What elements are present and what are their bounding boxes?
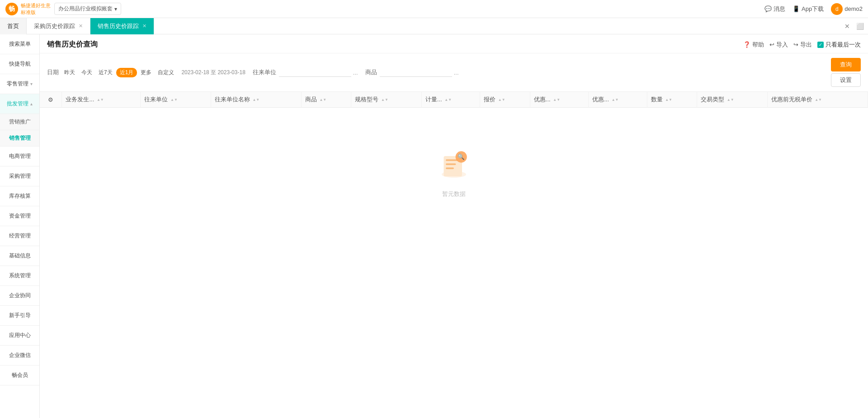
user-profile[interactable]: d demo2 <box>831 3 863 15</box>
sort-arrows-discount2: ▲▼ <box>612 98 619 102</box>
message-action[interactable]: 💬 消息 <box>764 5 785 13</box>
svg-text:🔍: 🔍 <box>458 153 465 161</box>
download-icon: 📱 <box>793 5 800 12</box>
page-header: 销售历史价查询 ❓ 帮助 ↩ 导入 ↪ 导出 ✓ <box>40 34 868 53</box>
app-selector[interactable]: 办公用品行业模拟账套 ▾ <box>54 3 121 15</box>
sidebar-item-retail-label: 零售管理 <box>7 80 28 88</box>
sort-arrows-goods: ▲▼ <box>319 98 326 102</box>
logo-icon: 畅 <box>5 3 18 15</box>
import-icon: ↩ <box>769 41 774 48</box>
partner-input[interactable] <box>279 68 351 77</box>
close-window-icon[interactable]: ✕ <box>843 22 852 31</box>
tab-bar: 首页 采购历史价跟踪 ✕ 销售历史价跟踪 ✕ ✕ ⬜ <box>0 18 868 34</box>
empty-state: 🔍 暂元数据 <box>40 108 868 234</box>
col-gear[interactable]: ⚙ <box>40 92 62 108</box>
col-discount1[interactable]: 优惠... ▲▼ <box>530 92 588 108</box>
partner-dots-button[interactable]: ... <box>353 69 358 76</box>
wholesale-chevron-up-icon: ▴ <box>30 101 33 106</box>
date-range-text: 2023-02-18 至 2023-03-18 <box>181 69 245 76</box>
sales-history-tab-label: 销售历史价跟踪 <box>98 22 139 30</box>
sidebar-item-purchase[interactable]: 采购管理 <box>0 166 39 186</box>
goods-filter-label: 商品 <box>365 68 377 76</box>
col-unit[interactable]: 计量... ▲▼ <box>421 92 480 108</box>
sidebar-item-search[interactable]: 搜索菜单 <box>0 34 39 54</box>
sort-arrows-biz-date: ▲▼ <box>97 98 104 102</box>
date-opt-yesterday[interactable]: 昨天 <box>61 68 78 77</box>
sidebar-item-retail[interactable]: 零售管理 ▾ <box>0 74 39 94</box>
col-quantity[interactable]: 数量 ▲▼ <box>647 92 697 108</box>
home-tab-label: 首页 <box>7 22 19 30</box>
col-spec[interactable]: 规格型号 ▲▼ <box>351 92 421 108</box>
sidebar-item-enterprise[interactable]: 企业协同 <box>0 286 39 306</box>
col-biz-date[interactable]: 业务发生... ▲▼ <box>62 92 141 108</box>
purchase-history-tab-label: 采购历史价跟踪 <box>34 22 75 30</box>
col-discount2[interactable]: 优惠... ▲▼ <box>589 92 647 108</box>
date-opt-custom[interactable]: 自定义 <box>155 68 177 77</box>
col-partner-code[interactable]: 往来单位 ▲▼ <box>141 92 211 108</box>
sort-arrows-partner-code: ▲▼ <box>170 98 178 102</box>
date-opt-7days[interactable]: 近7天 <box>96 68 115 77</box>
logo-area: 畅 畅捷通好生意 标准版 <box>5 2 51 15</box>
sidebar-item-ecommerce[interactable]: 电商管理 <box>0 147 39 166</box>
sidebar-item-wholesale[interactable]: 批发管理 ▴ <box>0 94 39 114</box>
sidebar-item-search-label: 搜索菜单 <box>9 40 31 48</box>
svg-rect-3 <box>446 163 456 165</box>
date-filter-group: 日期 昨天 今天 近7天 近1月 更多 自定义 2023-02-18 至 202… <box>47 68 245 77</box>
export-icon: ↪ <box>793 41 798 48</box>
tab-home[interactable]: 首页 <box>0 18 27 34</box>
tab-purchase-history[interactable]: 采购历史价跟踪 ✕ <box>27 18 90 34</box>
goods-input-area: ... <box>380 68 459 77</box>
sidebar-item-quick-nav[interactable]: 快捷导航 <box>0 54 39 74</box>
query-button[interactable]: 查询 <box>831 58 861 71</box>
table-wrapper: ⚙ 业务发生... ▲▼ 往来单位 ▲▼ 往来单位名称 <box>40 92 868 418</box>
empty-text: 暂元数据 <box>442 190 466 198</box>
sidebar-item-member[interactable]: 畅会员 <box>0 366 39 385</box>
partner-input-area: ... <box>279 68 358 77</box>
col-pretax-price[interactable]: 优惠前无税单价 ▲▼ <box>767 92 868 108</box>
main-layout: 搜索菜单 快捷导航 零售管理 ▾ 批发管理 ▴ 营销推广 销售管理 电商管理 采… <box>0 34 868 418</box>
sidebar-item-wholesale-label: 批发管理 <box>7 100 28 108</box>
col-goods[interactable]: 商品 ▲▼ <box>301 92 351 108</box>
checkbox-checked-icon: ✓ <box>817 42 824 48</box>
date-opt-today[interactable]: 今天 <box>79 68 95 77</box>
sidebar-item-enterprise-wechat[interactable]: 企业微信 <box>0 346 39 366</box>
table-header-row: ⚙ 业务发生... ▲▼ 往来单位 ▲▼ 往来单位名称 <box>40 92 868 108</box>
sidebar-item-guide[interactable]: 新手引导 <box>0 306 39 326</box>
help-icon: ❓ <box>743 41 750 48</box>
sidebar-item-app-center[interactable]: 应用中心 <box>0 326 39 346</box>
date-opt-1month[interactable]: 近1月 <box>116 68 137 77</box>
date-filter-label: 日期 <box>47 68 59 76</box>
sidebar-item-basic-info[interactable]: 基础信息 <box>0 246 39 266</box>
import-button[interactable]: ↩ 导入 <box>769 41 788 49</box>
settings-button[interactable]: 设置 <box>831 73 861 87</box>
help-button[interactable]: ❓ 帮助 <box>743 41 764 49</box>
sidebar-item-operations[interactable]: 经营管理 <box>0 226 39 246</box>
page-title: 销售历史价查询 <box>47 40 98 49</box>
goods-input[interactable] <box>380 68 452 77</box>
sidebar-item-finance[interactable]: 资金管理 <box>0 206 39 226</box>
date-opt-more[interactable]: 更多 <box>138 68 154 77</box>
col-quoted-price[interactable]: 报价 ▲▼ <box>480 92 530 108</box>
only-last-checkbox-label[interactable]: ✓ 只看最后一次 <box>817 41 861 49</box>
col-trade-type[interactable]: 交易类型 ▲▼ <box>697 92 767 108</box>
export-button[interactable]: ↪ 导出 <box>793 41 812 49</box>
filter-bar: 日期 昨天 今天 近7天 近1月 更多 自定义 2023-02-18 至 202… <box>40 53 868 92</box>
logo-text: 畅捷通好生意 标准版 <box>21 2 51 15</box>
sales-history-tab-close[interactable]: ✕ <box>142 23 146 29</box>
col-partner-name[interactable]: 往来单位名称 ▲▼ <box>211 92 301 108</box>
page-content: 销售历史价查询 ❓ 帮助 ↩ 导入 ↪ 导出 ✓ <box>40 34 868 418</box>
top-bar: 畅 畅捷通好生意 标准版 办公用品行业模拟账套 ▾ 💬 消息 📱 App下载 d… <box>0 0 868 18</box>
sort-arrows-spec: ▲▼ <box>381 98 388 102</box>
sidebar-item-quick-nav-label: 快捷导航 <box>9 60 31 68</box>
sort-arrows-quoted-price: ▲▼ <box>498 98 505 102</box>
sidebar-item-marketing[interactable]: 营销推广 <box>0 114 39 130</box>
purchase-history-tab-close[interactable]: ✕ <box>79 23 83 29</box>
sidebar-item-inventory[interactable]: 库存核算 <box>0 186 39 206</box>
partner-filter-label: 往来单位 <box>253 68 276 76</box>
sidebar-item-sys-mgmt[interactable]: 系统管理 <box>0 266 39 286</box>
goods-dots-button[interactable]: ... <box>454 69 459 76</box>
app-download-action[interactable]: 📱 App下载 <box>793 5 824 13</box>
sidebar-item-sales-mgmt[interactable]: 销售管理 <box>0 130 39 147</box>
maximize-icon[interactable]: ⬜ <box>855 22 864 31</box>
tab-sales-history[interactable]: 销售历史价跟踪 ✕ <box>90 18 154 34</box>
